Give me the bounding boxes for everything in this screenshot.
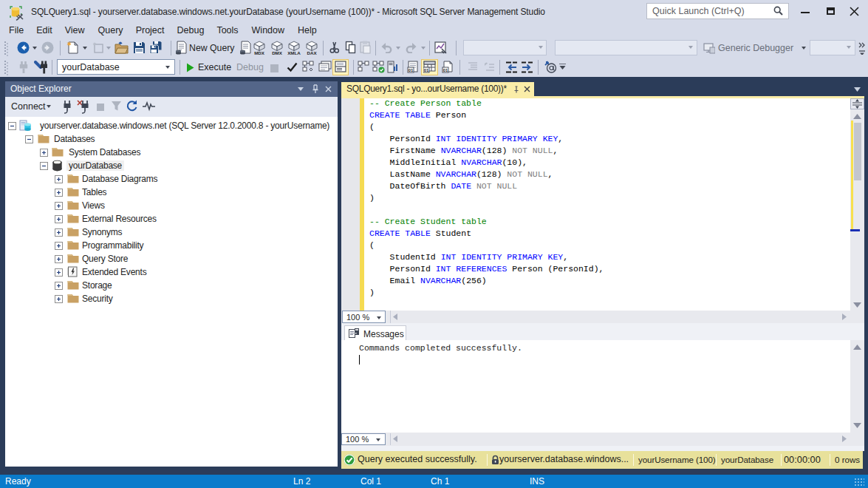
- svg-text:XMLA: XMLA: [287, 50, 301, 55]
- svg-text:MDX: MDX: [254, 50, 265, 55]
- svg-text:DMX: DMX: [272, 50, 283, 55]
- svg-text:01: 01: [424, 68, 429, 72]
- svg-text:01: 01: [443, 68, 448, 72]
- svg-text:DAX: DAX: [307, 50, 317, 55]
- svg-text:01: 01: [409, 68, 414, 72]
